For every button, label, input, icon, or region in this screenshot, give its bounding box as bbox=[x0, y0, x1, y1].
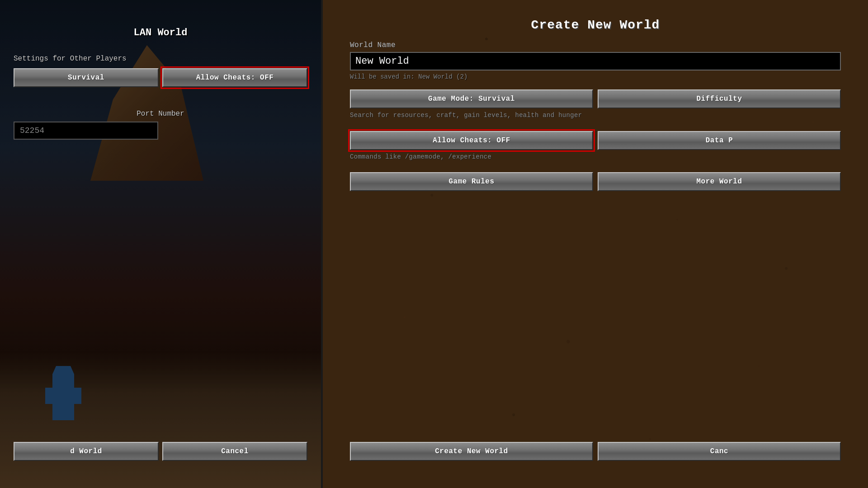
game-rules-button[interactable]: Game Rules bbox=[350, 172, 593, 191]
port-input[interactable] bbox=[14, 122, 158, 140]
right-title: Create New World bbox=[531, 18, 660, 32]
game-rules-row: Game Rules More World bbox=[350, 172, 841, 191]
settings-label: Settings for Other Players bbox=[14, 55, 307, 63]
data-packs-button[interactable]: Data P bbox=[598, 131, 841, 150]
more-world-button[interactable]: More World bbox=[598, 172, 841, 191]
world-name-label: World Name bbox=[350, 41, 841, 49]
left-title: LAN World bbox=[14, 27, 307, 38]
game-mode-description: Search for resources, craft, gain levels… bbox=[350, 111, 841, 120]
create-new-world-button[interactable]: Create New World bbox=[350, 442, 593, 461]
allow-cheats-button-right[interactable]: Allow Cheats: OFF bbox=[350, 131, 593, 150]
port-label: Port Number bbox=[14, 110, 307, 118]
right-panel: Create New World World Name Will be save… bbox=[323, 0, 868, 488]
left-panel: LAN World Settings for Other Players Sur… bbox=[0, 0, 321, 488]
world-name-section: World Name Will be saved in: New World (… bbox=[350, 41, 841, 80]
settings-buttons-row: Survival Allow Cheats: OFF bbox=[14, 68, 307, 87]
save-path: Will be saved in: New World (2) bbox=[350, 73, 841, 80]
game-mode-button[interactable]: Game Mode: Survival bbox=[350, 89, 593, 108]
world-name-input-wrapper[interactable] bbox=[350, 52, 841, 70]
right-main: World Name Will be saved in: New World (… bbox=[350, 41, 841, 470]
commands-description: Commands like /gamemode, /experience bbox=[350, 153, 841, 162]
difficulty-button[interactable]: Difficulty bbox=[598, 89, 841, 108]
bottom-buttons-left: d World Cancel bbox=[14, 442, 307, 461]
cheats-row: Allow Cheats: OFF Data P bbox=[350, 131, 841, 150]
create-buttons-row: Create New World Canc bbox=[350, 442, 841, 461]
game-mode-row: Game Mode: Survival Difficulty bbox=[350, 89, 841, 108]
right-content: Create New World World Name Will be save… bbox=[323, 0, 868, 488]
allow-cheats-button-left[interactable]: Allow Cheats: OFF bbox=[162, 68, 307, 87]
settings-section: Settings for Other Players Survival Allo… bbox=[14, 55, 307, 96]
world-name-input[interactable] bbox=[355, 56, 835, 67]
cancel-button-right[interactable]: Canc bbox=[598, 442, 841, 461]
port-section: Port Number bbox=[14, 110, 307, 140]
cancel-button-left[interactable]: Cancel bbox=[162, 442, 307, 461]
survival-button[interactable]: Survival bbox=[14, 68, 159, 87]
left-content: LAN World Settings for Other Players Sur… bbox=[0, 0, 321, 488]
start-world-button[interactable]: d World bbox=[14, 442, 159, 461]
